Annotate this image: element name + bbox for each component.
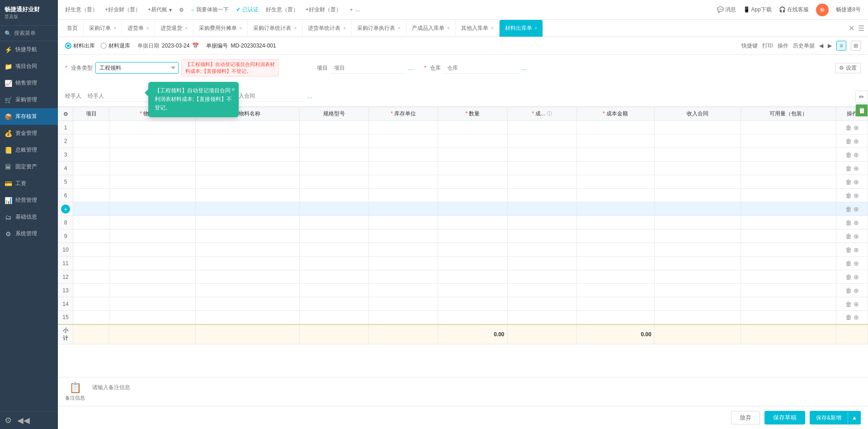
copy-icon[interactable]: ⊕ xyxy=(854,165,859,172)
project-input[interactable] xyxy=(330,62,406,74)
cell-code[interactable] xyxy=(109,175,196,189)
cell-name[interactable] xyxy=(196,311,300,324)
delete-icon[interactable]: 🗑 xyxy=(845,273,852,281)
sidebar-item-system[interactable]: ⚙ 系统管理 xyxy=(0,225,58,242)
cell-spec[interactable] xyxy=(300,121,369,134)
cell-contract-active[interactable] xyxy=(654,202,741,216)
right-tool-edit[interactable]: ✏ xyxy=(855,91,868,103)
copy-icon[interactable]: ⊕ xyxy=(854,233,859,240)
cell-cost-amount[interactable] xyxy=(576,121,654,134)
cell-cost-price[interactable] xyxy=(507,175,576,189)
cell-cost-amount[interactable] xyxy=(576,148,654,162)
sidebar-item-operations[interactable]: 📊 经营管理 xyxy=(0,192,58,209)
tab-po-stat[interactable]: 采购订单统计表× xyxy=(248,20,302,37)
cell-spec[interactable] xyxy=(300,270,369,284)
cell-qty[interactable] xyxy=(438,189,507,202)
copy-icon[interactable]: ⊕ xyxy=(854,178,859,186)
warehouse-ellipsis[interactable]: ... xyxy=(521,64,527,72)
cell-qty[interactable] xyxy=(438,243,507,257)
nav-next[interactable]: ▶ xyxy=(828,43,832,49)
copy-icon[interactable]: ⊕ xyxy=(854,138,859,145)
save-new-arrow[interactable]: ▲ xyxy=(848,412,861,423)
print-btn[interactable]: 打印 xyxy=(762,42,773,50)
cell-name[interactable] xyxy=(196,148,300,162)
delete-icon[interactable]: 🗑 xyxy=(845,205,852,213)
tab-po-close[interactable]: × xyxy=(113,26,116,31)
cell-name[interactable] xyxy=(196,270,300,284)
cell-cost-price[interactable] xyxy=(507,270,576,284)
tab-receipt[interactable]: 进货单× xyxy=(122,20,155,37)
cell-available[interactable] xyxy=(741,243,836,257)
calendar-icon[interactable]: 📅 xyxy=(192,43,199,49)
tab-mo-close[interactable]: × xyxy=(535,26,538,31)
topbar-link2-more[interactable]: ＋ ... xyxy=(349,6,360,14)
cell-cost-price[interactable] xyxy=(507,311,576,324)
username[interactable]: 畅捷通8号 xyxy=(836,6,861,14)
cell-name[interactable] xyxy=(196,134,300,148)
sidebar-item-basic[interactable]: 🗂 基础信息 xyxy=(0,209,58,225)
cell-name[interactable] xyxy=(196,284,300,297)
cell-contract[interactable] xyxy=(654,216,741,229)
cell-qty[interactable] xyxy=(438,175,507,189)
topbar-service[interactable]: 🎧 在线客服 xyxy=(779,6,809,14)
cell-contract[interactable] xyxy=(654,311,741,324)
delete-icon[interactable]: 🗑 xyxy=(845,300,852,308)
cell-spec-active[interactable] xyxy=(300,202,369,216)
add-row-button[interactable]: + xyxy=(61,205,70,214)
topbar-appdownload[interactable]: 📱 App下载 xyxy=(743,6,772,14)
cell-spec[interactable] xyxy=(300,175,369,189)
cell-unit[interactable] xyxy=(369,175,438,189)
cell-unit[interactable] xyxy=(369,162,438,175)
cell-project[interactable] xyxy=(73,216,109,229)
copy-icon[interactable]: ⊕ xyxy=(854,287,859,294)
cell-unit[interactable] xyxy=(369,284,438,297)
tab-return[interactable]: 进货退货× xyxy=(155,20,193,37)
cell-cost-amount[interactable] xyxy=(576,189,654,202)
cell-name[interactable] xyxy=(196,243,300,257)
cell-project[interactable] xyxy=(73,257,109,270)
discard-button[interactable]: 放弃 xyxy=(731,411,760,424)
cell-avail-active[interactable] xyxy=(741,202,836,216)
cell-available[interactable] xyxy=(741,121,836,134)
cell-unit[interactable] xyxy=(369,297,438,311)
cell-project[interactable] xyxy=(73,270,109,284)
cell-unit[interactable] xyxy=(369,189,438,202)
tab-return-close[interactable]: × xyxy=(185,26,188,31)
copy-icon[interactable]: ⊕ xyxy=(854,300,859,308)
cell-qty[interactable] xyxy=(438,148,507,162)
cell-code[interactable] xyxy=(109,243,196,257)
cell-contract[interactable] xyxy=(654,121,741,134)
tab-oi-close[interactable]: × xyxy=(491,26,494,31)
sidebar-item-finance[interactable]: 💰 资金管理 xyxy=(0,125,58,142)
cell-spec[interactable] xyxy=(300,216,369,229)
cell-project[interactable] xyxy=(73,243,109,257)
cell-spec[interactable] xyxy=(300,257,369,270)
tab-more-icon[interactable]: ☰ xyxy=(858,24,864,33)
cell-code-active[interactable] xyxy=(109,202,196,216)
copy-icon[interactable]: ⊕ xyxy=(854,260,859,267)
sidebar-item-payroll[interactable]: 💳 工资 xyxy=(0,175,58,192)
cell-code[interactable] xyxy=(109,121,196,134)
topbar-link-haoshengyi[interactable]: 好生意（普） xyxy=(65,6,98,14)
tab-pe-close[interactable]: × xyxy=(398,26,401,31)
mode-return[interactable]: 材料退库 xyxy=(100,42,130,50)
tab-rs-close[interactable]: × xyxy=(343,26,346,31)
cell-cost-price[interactable] xyxy=(507,257,576,270)
topbar-trial[interactable]: ○ 我要体验一下 xyxy=(191,6,229,14)
income-contract-input[interactable] xyxy=(230,90,305,102)
cell-spec[interactable] xyxy=(300,229,369,243)
cell-available[interactable] xyxy=(741,229,836,243)
cell-unit[interactable] xyxy=(369,121,438,134)
cell-project-active[interactable] xyxy=(73,202,109,216)
cell-cost-price[interactable] xyxy=(507,216,576,229)
cell-available[interactable] xyxy=(741,270,836,284)
delete-icon[interactable]: 🗑 xyxy=(845,219,852,226)
cell-project[interactable] xyxy=(73,134,109,148)
cell-unit[interactable] xyxy=(369,257,438,270)
cell-project[interactable] xyxy=(73,297,109,311)
cell-cost-amount[interactable] xyxy=(576,216,654,229)
cell-unit[interactable] xyxy=(369,270,438,284)
cell-code[interactable] xyxy=(109,134,196,148)
cell-cost-price[interactable] xyxy=(507,284,576,297)
cell-cost-amount[interactable] xyxy=(576,297,654,311)
